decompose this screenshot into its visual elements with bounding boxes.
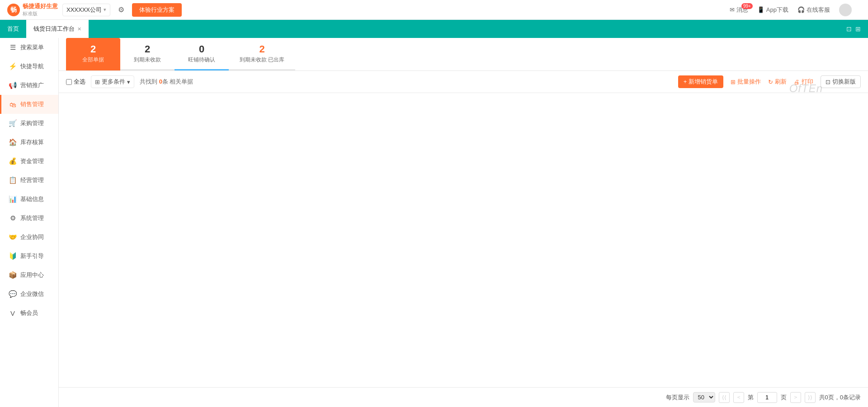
- sidebar-label-quick-nav: 快捷导航: [20, 62, 44, 70]
- sidebar-label-inventory: 库存核算: [20, 138, 44, 146]
- quick-nav-icon: ⚡: [9, 62, 17, 70]
- sidebar-item-inventory[interactable]: 🏠 库存核算: [0, 133, 58, 152]
- page-unit: 页: [781, 393, 787, 402]
- sidebar-label-purchase: 采购管理: [20, 119, 44, 127]
- empty-state: [59, 93, 868, 387]
- pagination: 每页显示 50 ⟨⟨ ＜ 第 页 ＞ ⟩⟩ 共0页，0条记录: [59, 387, 868, 407]
- sidebar-item-sales[interactable]: 🛍 销售管理: [0, 95, 58, 114]
- header-right: ✉ 消息 99+ 📱 App下载 🎧 在线客服: [730, 4, 861, 16]
- stat-tab-overdue[interactable]: 2 到期未收款: [120, 38, 175, 70]
- sidebar-item-enterprise-wechat[interactable]: 💬 企业微信: [0, 285, 58, 304]
- sidebar-item-basic-info[interactable]: 📊 基础信息: [0, 190, 58, 209]
- tab-home[interactable]: 首页: [0, 20, 26, 38]
- company-selector[interactable]: XXXXXX公司 ▾: [62, 4, 110, 16]
- toolbar-right: + 新增销货单 ⊞ 批量操作 ↻ 刷新 🖨 打印 ⊡ 切换新版: [678, 75, 861, 88]
- tab-maximize-icon[interactable]: ⊞: [855, 25, 861, 33]
- stat-num-overdue-shipped: 2: [259, 43, 265, 55]
- header-left: 畅 畅捷通好生意 标准版 XXXXXX公司 ▾ ⚙ 体验行业方案: [7, 3, 182, 17]
- logo-text: 畅捷通好生意 标准版: [23, 3, 58, 17]
- stat-label-pending: 旺铺待确认: [188, 56, 215, 64]
- stat-tab-overdue-shipped[interactable]: 2 到期未收款 已出库: [229, 38, 295, 70]
- sidebar-label-operations: 经营管理: [20, 176, 44, 184]
- print-button[interactable]: 🖨 打印: [794, 78, 813, 86]
- refresh-button[interactable]: ↻ 刷新: [768, 78, 787, 86]
- table-area: [59, 93, 868, 387]
- filter-icon: ⊞: [95, 79, 100, 85]
- add-sales-order-button[interactable]: + 新增销货单: [678, 75, 723, 88]
- sidebar-item-beginner[interactable]: 🔰 新手引导: [0, 247, 58, 266]
- sidebar-label-enterprise-wechat: 企业微信: [20, 290, 44, 298]
- beginner-icon: 🔰: [9, 252, 17, 260]
- close-tab-icon[interactable]: ✕: [77, 26, 81, 32]
- sidebar-label-basic-info: 基础信息: [20, 195, 44, 203]
- sidebar-item-marketing[interactable]: 📢 营销推广: [0, 76, 58, 95]
- toolbar: 全选 ⊞ 更多条件 ▾ 共找到 0条 相关单据 + 新增销货单 ⊞ 批量操作: [59, 71, 868, 93]
- prev-page-button[interactable]: ＜: [733, 392, 744, 403]
- sidebar-item-quick-nav[interactable]: ⚡ 快捷导航: [0, 57, 58, 76]
- message-icon: ✉: [730, 6, 735, 13]
- tab-workbench[interactable]: 钱货日清工作台 ✕: [26, 20, 89, 38]
- sidebar-label-search: 搜索菜单: [20, 43, 44, 51]
- sidebar-label-enterprise: 企业协同: [20, 233, 44, 241]
- message-badge: 99+: [741, 3, 753, 9]
- sidebar-item-system[interactable]: ⚙ 系统管理: [0, 209, 58, 228]
- service-icon: 🎧: [797, 6, 805, 13]
- settings-icon[interactable]: ⚙: [115, 4, 127, 16]
- finance-icon: 💰: [9, 157, 17, 165]
- sidebar-label-app-center: 应用中心: [20, 271, 44, 279]
- sidebar-item-operations[interactable]: 📋 经营管理: [0, 171, 58, 190]
- sidebar-item-purchase[interactable]: 🛒 采购管理: [0, 114, 58, 133]
- enterprise-icon: 🤝: [9, 233, 17, 241]
- sidebar-label-beginner: 新手引导: [20, 252, 44, 260]
- stat-tab-pending[interactable]: 0 旺铺待确认: [175, 38, 229, 70]
- sidebar-item-member[interactable]: V 畅会员: [0, 304, 58, 323]
- app-download-action[interactable]: 📱 App下载: [757, 6, 788, 14]
- page-label: 第: [748, 393, 754, 402]
- sidebar-label-system: 系统管理: [20, 214, 44, 222]
- member-icon: V: [9, 309, 17, 317]
- more-filters-button[interactable]: ⊞ 更多条件 ▾: [91, 75, 134, 88]
- batch-icon: ⊞: [731, 79, 736, 85]
- logo-area: 畅 畅捷通好生意 标准版: [7, 3, 58, 17]
- app-center-icon: 📦: [9, 271, 17, 279]
- stat-num-overdue: 2: [145, 43, 150, 55]
- select-all-input[interactable]: [66, 79, 72, 85]
- logo-icon: 畅: [7, 4, 20, 16]
- sidebar-item-app-center[interactable]: 📦 应用中心: [0, 266, 58, 285]
- switch-version-button[interactable]: ⊡ 切换新版: [821, 75, 861, 88]
- system-icon: ⚙: [9, 214, 17, 222]
- sidebar-item-finance[interactable]: 💰 资金管理: [0, 152, 58, 171]
- company-name: XXXXXX公司: [66, 6, 102, 14]
- toolbar-left: 全选 ⊞ 更多条件 ▾ 共找到 0条 相关单据: [66, 75, 193, 88]
- sidebar-item-search[interactable]: ☰ 搜索菜单: [0, 38, 58, 57]
- sidebar-item-enterprise[interactable]: 🤝 企业协同: [0, 228, 58, 247]
- tab-restore-icon[interactable]: ⊡: [846, 25, 852, 33]
- first-page-button[interactable]: ⟨⟨: [719, 392, 730, 403]
- sidebar: ☰ 搜索菜单 ⚡ 快捷导航 📢 营销推广 🛍 销售管理 🛒 采购管理 🏠 库存核…: [0, 38, 59, 407]
- batch-operation-button[interactable]: ⊞ 批量操作: [731, 78, 761, 86]
- trial-button[interactable]: 体验行业方案: [132, 3, 182, 17]
- per-page-select[interactable]: 50: [693, 392, 715, 402]
- avatar[interactable]: [839, 4, 852, 16]
- operations-icon: 📋: [9, 176, 17, 184]
- refresh-icon: ↻: [768, 79, 773, 85]
- page-input[interactable]: [757, 392, 777, 403]
- purchase-icon: 🛒: [9, 119, 17, 127]
- sidebar-label-marketing: 营销推广: [20, 81, 44, 89]
- inventory-icon: 🏠: [9, 138, 17, 146]
- filter-chevron-icon: ▾: [127, 79, 130, 85]
- app-download-label: App下载: [766, 6, 788, 14]
- found-text: 共找到 0条 相关单据: [140, 78, 193, 86]
- last-page-button[interactable]: ⟩⟩: [805, 392, 816, 403]
- online-service-action[interactable]: 🎧 在线客服: [797, 6, 830, 14]
- stat-num-pending: 0: [199, 43, 204, 55]
- sidebar-label-sales: 销售管理: [20, 100, 44, 108]
- stat-tab-all[interactable]: 2 全部单据: [66, 38, 120, 70]
- message-action[interactable]: ✉ 消息 99+: [730, 6, 748, 14]
- print-icon: 🖨: [794, 79, 800, 85]
- select-all-checkbox[interactable]: 全选: [66, 78, 85, 86]
- sales-icon: 🛍: [9, 100, 17, 108]
- chevron-down-icon: ▾: [104, 7, 106, 13]
- next-page-button[interactable]: ＞: [790, 392, 801, 403]
- switch-label: 切换新版: [832, 78, 856, 86]
